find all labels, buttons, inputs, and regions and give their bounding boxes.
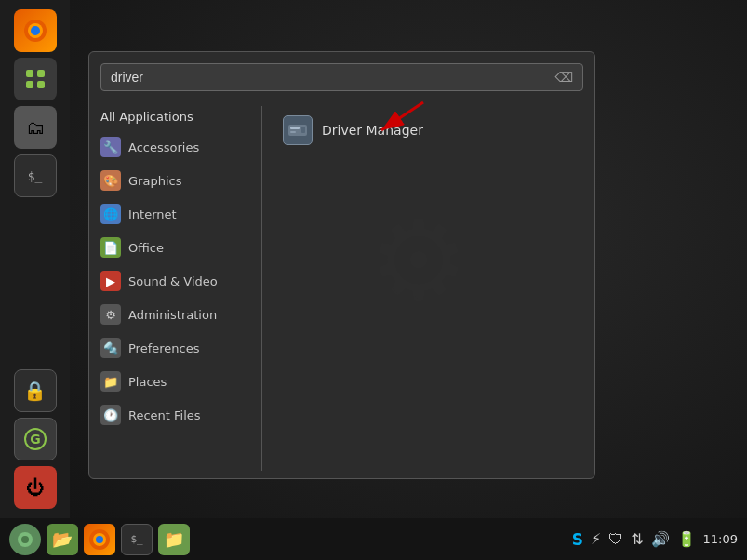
category-office[interactable]: 📄 Office (89, 231, 261, 264)
category-all-label: All Applications (100, 110, 193, 124)
taskbar-terminal-icon[interactable]: $_ (121, 524, 153, 555)
tray-volume-icon[interactable]: 🔊 (651, 530, 670, 548)
search-bar: ⌫ (100, 63, 583, 91)
svg-rect-12 (301, 127, 305, 133)
category-all-applications[interactable]: All Applications (89, 103, 261, 130)
sidebar: 🗂 $_ 🔒 G ⏻ (0, 0, 70, 560)
category-office-label: Office (128, 241, 164, 255)
sound-video-icon: ▶ (100, 271, 121, 291)
category-recent-files[interactable]: 🕐 Recent Files (89, 398, 261, 432)
svg-point-17 (21, 536, 29, 543)
categories-list: All Applications 🔧 Accessories 🎨 Graphic… (89, 99, 261, 478)
office-icon: 📄 (100, 237, 121, 258)
graphics-icon: 🎨 (100, 170, 121, 191)
category-accessories[interactable]: 🔧 Accessories (89, 130, 261, 164)
taskbar-bottom-left: 📂 $_ 📁 (0, 524, 190, 555)
svg-rect-3 (26, 70, 33, 77)
sidebar-power-icon[interactable]: ⏻ (14, 466, 57, 509)
sidebar-terminal-icon[interactable]: $_ (14, 154, 57, 197)
tray-network-icon[interactable]: ⇅ (631, 530, 643, 548)
apps-area: Driver Manager (262, 99, 594, 478)
category-places[interactable]: 📁 Places (89, 365, 261, 398)
category-administration[interactable]: ⚙ Administration (89, 298, 261, 331)
administration-icon: ⚙ (100, 304, 121, 325)
sidebar-apps-icon[interactable] (14, 58, 57, 100)
category-internet-label: Internet (128, 207, 177, 221)
app-driver-manager[interactable]: Driver Manager (272, 108, 585, 153)
category-places-label: Places (128, 375, 167, 389)
taskbar-folder-green-icon[interactable]: 📂 (47, 524, 78, 555)
category-graphics[interactable]: 🎨 Graphics (89, 164, 261, 197)
tray-skype-icon[interactable]: S (572, 530, 583, 549)
category-preferences-label: Preferences (128, 341, 199, 355)
menu-body: All Applications 🔧 Accessories 🎨 Graphic… (89, 99, 594, 478)
taskbar-mint-icon[interactable] (9, 524, 41, 555)
taskbar-folder2-icon[interactable]: 📁 (158, 524, 190, 555)
sidebar-firefox-icon[interactable] (14, 9, 57, 52)
category-internet[interactable]: 🌐 Internet (89, 197, 261, 231)
sidebar-files-icon[interactable]: 🗂 (14, 106, 57, 149)
tray-shield-icon[interactable]: 🛡 (608, 530, 623, 548)
category-preferences[interactable]: 🔩 Preferences (89, 331, 261, 365)
category-administration-label: Administration (128, 308, 217, 322)
svg-text:G: G (30, 432, 41, 447)
category-sound-video-label: Sound & Video (128, 274, 218, 288)
svg-rect-4 (37, 70, 45, 77)
category-sound-video[interactable]: ▶ Sound & Video (89, 264, 261, 298)
places-icon: 📁 (100, 371, 121, 392)
taskbar-tray: S ⚡ 🛡 ⇅ 🔊 🔋 11:09 (572, 530, 747, 549)
category-graphics-label: Graphics (128, 174, 181, 188)
svg-rect-11 (290, 131, 296, 133)
app-menu-popup: ⌫ All Applications 🔧 Accessories 🎨 Graph… (88, 51, 595, 479)
driver-manager-label: Driver Manager (322, 123, 423, 138)
taskbar-time: 11:09 (703, 532, 738, 546)
taskbar-bottom: 📂 $_ 📁 S ⚡ 🛡 ⇅ 🔊 🔋 11:09 (0, 518, 747, 560)
recent-files-icon: 🕐 (100, 405, 121, 425)
taskbar-firefox-icon[interactable] (84, 524, 115, 555)
search-clear-button[interactable]: ⌫ (554, 70, 573, 85)
category-recent-files-label: Recent Files (128, 408, 201, 422)
sidebar-lock-icon[interactable]: 🔒 (14, 369, 57, 412)
preferences-icon: 🔩 (100, 338, 121, 358)
svg-point-2 (31, 26, 40, 35)
svg-rect-10 (290, 127, 300, 129)
tray-battery-icon[interactable]: 🔋 (677, 530, 696, 548)
internet-icon: 🌐 (100, 204, 121, 224)
svg-rect-6 (37, 81, 45, 88)
search-input[interactable] (111, 70, 554, 85)
sidebar-update-icon[interactable]: G (14, 418, 57, 460)
svg-point-20 (96, 536, 103, 543)
category-accessories-label: Accessories (128, 140, 199, 154)
accessories-icon: 🔧 (100, 137, 121, 157)
driver-manager-icon (283, 115, 313, 145)
tray-bluetooth-icon[interactable]: ⚡ (591, 530, 601, 548)
svg-rect-5 (26, 81, 33, 88)
